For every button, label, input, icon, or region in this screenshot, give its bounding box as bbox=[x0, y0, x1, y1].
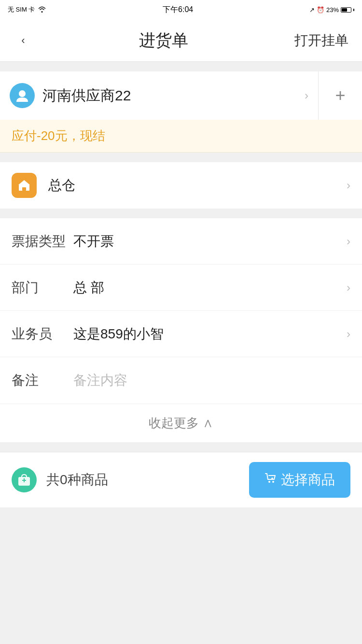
remark-row[interactable]: 备注 备注内容 bbox=[0, 357, 362, 404]
collapse-label: 收起更多 ∧ bbox=[149, 415, 213, 432]
nav-bar: ‹ 进货单 打开挂单 bbox=[0, 19, 362, 62]
alarm-icon: ⏰ bbox=[317, 6, 324, 14]
supplier-avatar bbox=[10, 83, 35, 108]
chevron-right-icon: › bbox=[305, 89, 308, 102]
supplier-name: 河南供应商22 bbox=[42, 86, 297, 106]
direction-icon: ↗ bbox=[309, 6, 315, 14]
svg-marker-2 bbox=[18, 180, 30, 185]
salesman-label: 业务员 bbox=[12, 325, 70, 343]
remark-label: 备注 bbox=[12, 371, 70, 390]
section-gap-3 bbox=[0, 209, 362, 218]
department-row[interactable]: 部门 总 部 › bbox=[0, 265, 362, 311]
add-supplier-button[interactable]: + bbox=[319, 71, 362, 120]
department-label: 部门 bbox=[12, 279, 70, 297]
back-button[interactable]: ‹ bbox=[14, 34, 33, 47]
open-order-button[interactable]: 打开挂单 bbox=[294, 31, 348, 50]
svg-point-0 bbox=[19, 90, 26, 97]
select-product-button[interactable]: 选择商品 bbox=[249, 462, 350, 498]
battery-text: 23% bbox=[326, 6, 339, 14]
page-title: 进货单 bbox=[139, 29, 188, 52]
svg-point-8 bbox=[272, 481, 274, 483]
remark-placeholder: 备注内容 bbox=[73, 371, 350, 390]
chevron-right-icon: › bbox=[347, 235, 350, 248]
section-gap-2 bbox=[0, 153, 362, 162]
collapse-button[interactable]: 收起更多 ∧ bbox=[0, 404, 362, 442]
warehouse-icon bbox=[12, 173, 37, 198]
warehouse-row[interactable]: 总仓 › bbox=[0, 162, 362, 209]
supplier-section: 河南供应商22 › + bbox=[0, 71, 362, 120]
select-product-label: 选择商品 bbox=[281, 471, 335, 489]
warehouse-label: 总仓 bbox=[48, 176, 347, 195]
form-section: 票据类型 不开票 › 部门 总 部 › 业务员 这是859的小智 › 备注 备注… bbox=[0, 218, 362, 404]
chevron-right-icon: › bbox=[347, 327, 350, 341]
sim-status: 无 SIM 卡 bbox=[8, 5, 35, 14]
chevron-right-icon: › bbox=[347, 281, 350, 294]
salesman-row[interactable]: 业务员 这是859的小智 › bbox=[0, 311, 362, 357]
battery-icon bbox=[341, 7, 351, 13]
section-gap-1 bbox=[0, 62, 362, 71]
status-right: ↗ ⏰ 23% bbox=[309, 6, 354, 14]
invoice-type-value: 不开票 bbox=[73, 232, 347, 251]
chevron-right-icon: › bbox=[347, 179, 350, 192]
status-time: 下午6:04 bbox=[163, 5, 193, 15]
product-icon bbox=[12, 467, 37, 492]
content-area bbox=[0, 507, 362, 644]
salesman-value: 这是859的小智 bbox=[73, 325, 347, 343]
section-gap-4 bbox=[0, 442, 362, 452]
invoice-type-row[interactable]: 票据类型 不开票 › bbox=[0, 218, 362, 265]
notice-banner: 应付-20元，现结 bbox=[0, 120, 362, 153]
invoice-type-label: 票据类型 bbox=[12, 232, 70, 251]
department-value: 总 部 bbox=[73, 279, 347, 297]
cart-icon bbox=[265, 472, 277, 488]
supplier-selector[interactable]: 河南供应商22 › bbox=[0, 71, 319, 120]
wifi-icon bbox=[38, 6, 46, 14]
warehouse-section: 总仓 › bbox=[0, 162, 362, 209]
product-count-label: 共0种商品 bbox=[46, 471, 239, 489]
svg-point-7 bbox=[268, 481, 270, 483]
svg-rect-3 bbox=[22, 187, 26, 191]
status-bar: 无 SIM 卡 下午6:04 ↗ ⏰ 23% bbox=[0, 0, 362, 19]
notice-text: 应付-20元，现结 bbox=[12, 128, 105, 143]
bottom-bar: 共0种商品 选择商品 bbox=[0, 452, 362, 507]
status-left: 无 SIM 卡 bbox=[8, 5, 46, 14]
